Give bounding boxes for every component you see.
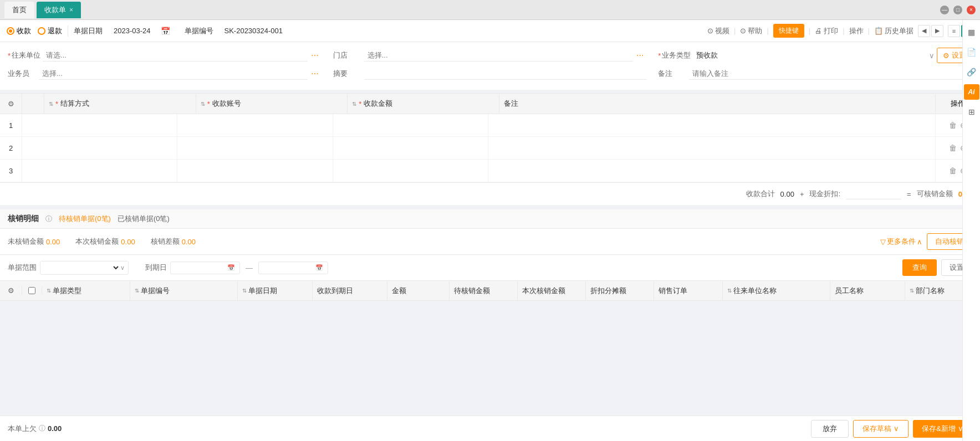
th-date-sort[interactable]: ⇅: [242, 288, 247, 294]
sidebar-doc-icon[interactable]: 📄: [964, 44, 979, 60]
calendar-from-icon[interactable]: 📅: [227, 264, 235, 271]
discount-input[interactable]: [846, 188, 901, 199]
th-account-sort[interactable]: ⇅: [201, 101, 205, 107]
shop-input[interactable]: [364, 49, 633, 61]
radio-refund[interactable]: 退款: [38, 26, 62, 36]
detail-th-staff: 员工名称: [830, 281, 905, 300]
range-select[interactable]: [44, 263, 120, 273]
print-link[interactable]: 🖨 打印: [815, 26, 838, 36]
query-button[interactable]: 查询: [902, 259, 937, 276]
more-conditions-link[interactable]: ▽ 更多条件 ∧: [880, 237, 922, 247]
salesperson-input[interactable]: [39, 68, 308, 80]
th-dept-sort[interactable]: ⇅: [910, 288, 914, 294]
th-discount-label: 折扣分摊额: [590, 286, 626, 296]
done-tab[interactable]: 已核销单据(0笔): [118, 214, 170, 224]
td-account-2[interactable]: [177, 137, 333, 159]
form-row-1: * 往来单位 ··· 门店 ··· * 业务类型 预收款 ∨ ⚙ 设置: [8, 48, 972, 63]
save-new-label: 保存&新增: [922, 424, 956, 434]
pending-tab[interactable]: 待核销单据(0笔): [59, 214, 111, 224]
td-remarks-1[interactable]: [488, 114, 936, 136]
tab-home[interactable]: 首页: [4, 2, 34, 18]
detail-checkbox-header[interactable]: [22, 287, 42, 294]
td-remarks-3[interactable]: [488, 160, 936, 182]
history-link[interactable]: 📋 历史单据: [874, 26, 913, 36]
td-payment-2[interactable]: [22, 137, 177, 159]
equals-sign: =: [907, 190, 911, 198]
close-button[interactable]: ×: [967, 6, 976, 14]
shortcut-button[interactable]: 快捷键: [773, 24, 804, 38]
video-link[interactable]: ⊙ 视频: [707, 26, 729, 36]
thispage-info-icon[interactable]: ⓘ: [39, 424, 45, 433]
partner-more-icon[interactable]: ···: [308, 50, 321, 60]
th-num-label: 单据编号: [141, 286, 170, 296]
help-link[interactable]: ⊙ 帮助: [740, 26, 762, 36]
discard-button[interactable]: 放弃: [811, 420, 849, 438]
td-account-3[interactable]: [177, 160, 333, 182]
summary-input[interactable]: [364, 68, 647, 80]
row-delete-icon-3[interactable]: 🗑: [949, 166, 957, 175]
row-delete-icon-2[interactable]: 🗑: [949, 143, 957, 152]
th-payment: ⇅ * 结算方式: [44, 94, 196, 113]
th-num-sort[interactable]: ⇅: [135, 288, 139, 294]
biztype-arrow[interactable]: ∨: [927, 52, 937, 60]
table-row: 3 🗑 ⊕: [0, 160, 980, 182]
sidebar-ai-icon[interactable]: Ai: [964, 84, 979, 100]
nav-next-button[interactable]: ▶: [931, 25, 943, 37]
sidebar-link-icon[interactable]: 🔗: [964, 64, 979, 80]
th-company-sort[interactable]: ⇅: [727, 288, 732, 294]
detail-th-amount: 金额: [387, 281, 449, 300]
th-amount-sort[interactable]: ⇅: [352, 101, 356, 107]
th-type-sort[interactable]: ⇅: [47, 288, 51, 294]
shop-label: 门店: [333, 50, 364, 60]
tab-active[interactable]: 收款单 ×: [37, 2, 81, 18]
summary-row: 收款合计 0.00 + 现金折扣: = 可核销金额 0.00: [0, 182, 980, 205]
sidebar-screenshot-icon[interactable]: ⊞: [964, 104, 979, 120]
td-account-1[interactable]: [177, 114, 333, 136]
select-all-checkbox[interactable]: [28, 287, 35, 294]
row-delete-icon-1[interactable]: 🗑: [949, 121, 957, 130]
operation-link[interactable]: 操作: [849, 26, 864, 36]
calendar-icon[interactable]: 📅: [161, 27, 170, 35]
nav-prev-button[interactable]: ◀: [918, 25, 930, 37]
th-payment-sort[interactable]: ⇅: [49, 101, 53, 107]
tab-close-icon[interactable]: ×: [69, 6, 73, 14]
td-payment-1[interactable]: [22, 114, 177, 136]
tab-bar: 首页 收款单 × — □ ×: [0, 0, 980, 20]
td-amount-1[interactable]: [333, 114, 488, 136]
main-content: * 往来单位 ··· 门店 ··· * 业务类型 预收款 ∨ ⚙ 设置: [0, 42, 980, 416]
shop-more-icon[interactable]: ···: [633, 50, 647, 60]
settings-icon: ⚙: [943, 52, 950, 60]
window-controls: — □ ×: [940, 6, 976, 14]
writeoff-info-icon[interactable]: ⓘ: [45, 214, 52, 224]
table-row: 2 🗑 ⊕: [0, 137, 980, 160]
detail-settings-icon[interactable]: ⚙: [0, 286, 22, 295]
td-remarks-2[interactable]: [488, 137, 936, 159]
th-amount-label: 金额: [392, 286, 406, 296]
remark-input[interactable]: [689, 68, 972, 80]
maximize-button[interactable]: □: [953, 6, 962, 14]
th-amount-required: *: [359, 100, 361, 108]
date-to-input[interactable]: 2022-04-12: [263, 264, 313, 272]
date-from-input[interactable]: 2022-04-01: [175, 264, 225, 272]
date-to-wrapper[interactable]: 2022-04-12 📅: [258, 261, 328, 274]
radio-receive[interactable]: 收款: [7, 26, 31, 36]
detail-th-num: ⇅ 单据编号: [130, 281, 238, 300]
th-date-label: 单据日期: [248, 286, 277, 296]
range-select-wrapper[interactable]: ∨: [40, 261, 129, 275]
save-draft-button[interactable]: 保存草稿 ∨: [853, 420, 908, 438]
table-settings-icon[interactable]: ⚙: [0, 94, 22, 114]
td-amount-3[interactable]: [333, 160, 488, 182]
discount-label: 现金折扣:: [809, 189, 840, 199]
calendar-to-icon[interactable]: 📅: [315, 264, 323, 271]
salesperson-more-icon[interactable]: ···: [308, 69, 321, 79]
td-payment-3[interactable]: [22, 160, 177, 182]
toolbar-divider-1: [68, 25, 68, 37]
td-amount-2[interactable]: [333, 137, 488, 159]
minimize-button[interactable]: —: [940, 6, 949, 14]
partner-input[interactable]: [43, 49, 308, 61]
detail-th-writeoff: 本次核销金额: [518, 281, 586, 300]
radio-receive-label: 收款: [17, 26, 31, 36]
date-from-wrapper[interactable]: 2022-04-01 📅: [170, 261, 240, 274]
sidebar-table-icon[interactable]: ▦: [964, 24, 979, 40]
list-view-button[interactable]: ≡: [948, 25, 960, 37]
